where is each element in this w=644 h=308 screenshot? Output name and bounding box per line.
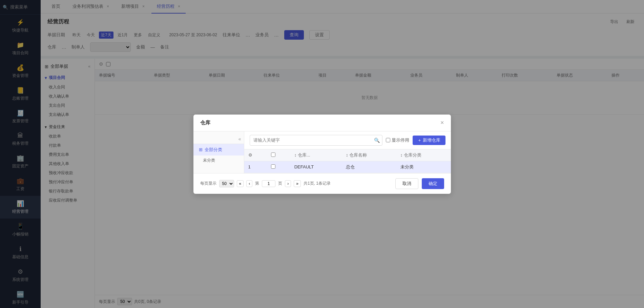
search-wrap: 🔍	[250, 135, 382, 146]
next-page-btn[interactable]: ›	[285, 180, 291, 187]
col-warehouse-code: ↕ 仓库...	[290, 149, 342, 161]
col-warehouse-name: ↕ 仓库名称	[342, 149, 396, 161]
confirm-button[interactable]: 确定	[422, 178, 444, 189]
modal-body: « ⊞ 全部分类 未分类 🔍 显示停用	[193, 131, 451, 173]
show-disabled-checkbox[interactable]	[386, 138, 390, 142]
modal-header: 仓库 ×	[193, 115, 451, 131]
modal-content: 🔍 显示停用 ＋ 新增仓库 ⚙	[244, 131, 451, 173]
grid-icon-modal: ⊞	[199, 147, 203, 152]
modal-toolbar: 🔍 显示停用 ＋ 新增仓库	[244, 131, 451, 149]
show-disabled-label[interactable]: 显示停用	[386, 137, 409, 143]
warehouse-table: ⚙ ↕ 仓库... ↕ 仓库名称 ↕ 仓库分类	[244, 149, 451, 173]
modal-close-button[interactable]: ×	[440, 119, 444, 126]
last-page-btn[interactable]: »	[294, 180, 301, 187]
modal-total-info: 共1页, 1条记录	[304, 181, 331, 186]
modal-table-wrapper: ⚙ ↕ 仓库... ↕ 仓库名称 ↕ 仓库分类	[244, 149, 451, 173]
modal-footer-actions: 取消 确定	[395, 178, 444, 189]
cancel-button[interactable]: 取消	[395, 178, 418, 189]
warehouse-row[interactable]: 1 DEFAULT 总仓 未分类	[244, 161, 451, 173]
modal-overlay[interactable]: 仓库 × « ⊞ 全部分类 未分类 🔍	[0, 0, 644, 308]
row-checkbox[interactable]	[271, 164, 275, 169]
modal-sidebar: « ⊞ 全部分类 未分类	[193, 131, 244, 173]
modal-sidebar-unclassified-label: 未分类	[203, 158, 215, 163]
modal-sidebar-all[interactable]: ⊞ 全部分类	[193, 144, 244, 156]
search-icon[interactable]: 🔍	[374, 138, 380, 143]
row-checkbox-cell	[267, 161, 290, 173]
modal-sidebar-unclassified[interactable]: 未分类	[193, 156, 244, 165]
warehouse-search-input[interactable]	[250, 135, 382, 146]
modal-per-page-select[interactable]: 50	[219, 180, 234, 187]
modal-sidebar-collapse-btn[interactable]: «	[193, 134, 244, 144]
gear-icon-th[interactable]: ⚙	[248, 152, 252, 158]
page-number-input[interactable]	[262, 180, 275, 187]
modal-title: 仓库	[200, 120, 210, 126]
modal-footer: 每页显示 50 « ‹ 第 页 › » 共1页, 1条记录 取消 确定	[193, 173, 451, 194]
prev-page-btn[interactable]: ‹	[246, 180, 252, 187]
first-page-btn[interactable]: «	[237, 180, 244, 187]
add-warehouse-button[interactable]: ＋ 新增仓库	[413, 136, 445, 145]
col-checkbox	[267, 149, 290, 161]
warehouse-modal: 仓库 × « ⊞ 全部分类 未分类 🔍	[193, 115, 451, 194]
row-code: DEFAULT	[290, 161, 342, 173]
row-index: 1	[244, 161, 267, 173]
page-label-pre: 第	[255, 181, 259, 186]
modal-pagination: 每页显示 50 « ‹ 第 页 › » 共1页, 1条记录	[200, 180, 392, 187]
col-gear: ⚙	[244, 149, 267, 161]
select-all-warehouse[interactable]	[271, 152, 275, 157]
row-name: 总仓	[342, 161, 396, 173]
modal-per-page-label: 每页显示	[200, 181, 216, 186]
show-disabled-text: 显示停用	[392, 137, 409, 143]
modal-sidebar-all-label: 全部分类	[205, 147, 222, 153]
page-label: 页	[278, 181, 282, 186]
row-category: 未分类	[396, 161, 451, 173]
col-warehouse-category: ↕ 仓库分类	[396, 149, 451, 161]
